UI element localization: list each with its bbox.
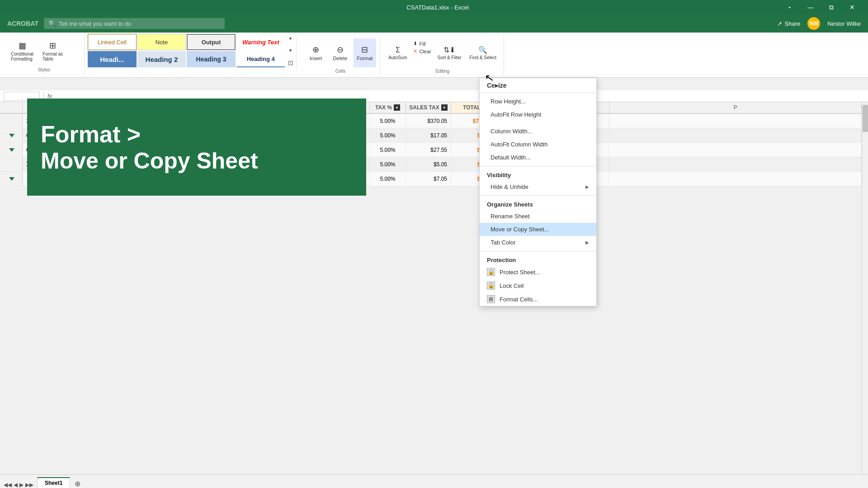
protect-sheet-icon: 🔒 xyxy=(487,268,495,276)
sheet-nav-last[interactable]: ▶▶ xyxy=(25,482,33,488)
autosum-label: AutoSum xyxy=(388,55,407,60)
search-input[interactable] xyxy=(59,20,220,27)
cell-salestax-2[interactable]: $17.05 xyxy=(406,128,451,142)
col-header-p[interactable]: P xyxy=(609,102,862,113)
tutorial-overlay: Format > Move or Copy Sheet xyxy=(27,99,366,196)
clear-icon: ✕ xyxy=(413,48,417,54)
note-style[interactable]: Note xyxy=(137,34,186,50)
cell-salestax-1[interactable]: $370.05 xyxy=(406,114,451,128)
search-field-wrap[interactable]: 🔍 xyxy=(44,18,225,29)
col-header-sales-tax[interactable]: SALES TAX ▼ xyxy=(406,102,451,113)
cell-p-1[interactable] xyxy=(609,114,862,128)
scroll-up-arrow[interactable]: ▲ xyxy=(287,34,294,41)
sort-filter-button[interactable]: ⇅⬇ Sort & Filter xyxy=(434,38,465,67)
restore-button[interactable]: ▪ xyxy=(779,0,800,14)
hide-unhide-label: Hide & Unhide xyxy=(491,183,528,190)
sheet-nav-prev[interactable]: ◀ xyxy=(14,482,18,488)
format-as-table-button[interactable]: ⊞ Format asTable xyxy=(39,37,66,66)
ribbon-group-editing: Σ AutoSum ⬇ Fill ✕ Clear ⇅⬇ Sort & Filte… xyxy=(381,35,504,75)
conditional-formatting-icon: ▦ xyxy=(19,41,26,51)
format-button[interactable]: ⊟ Format xyxy=(354,38,377,67)
find-select-label: Find & Select xyxy=(470,55,496,60)
conditional-formatting-label: ConditionalFormatting xyxy=(11,52,33,61)
find-select-button[interactable]: 🔍 Find & Select xyxy=(466,38,500,67)
scroll-down-arrow[interactable]: ⊡ xyxy=(287,59,294,66)
row-triangle-5 xyxy=(9,177,14,181)
warning-text-style[interactable]: Warning Text xyxy=(236,34,285,50)
cell-salestax-4[interactable]: $5.05 xyxy=(406,157,451,171)
conditional-formatting-button[interactable]: ▦ ConditionalFormatting xyxy=(7,37,37,66)
ribbon: ▦ ConditionalFormatting ⊞ Format asTable… xyxy=(0,33,868,78)
row-num-2 xyxy=(0,128,23,142)
share-button[interactable]: ↗ Share xyxy=(777,20,801,27)
format-icon: ⊟ xyxy=(361,45,368,55)
cell-taxpct-2[interactable]: 5.00% xyxy=(370,128,406,142)
cell-p-5[interactable] xyxy=(609,172,862,186)
autosum-icon: Σ xyxy=(396,46,400,54)
search-icon: 🔍 xyxy=(48,20,56,27)
linked-cell-style[interactable]: Linked Cell xyxy=(88,34,137,50)
cell-taxpct-4[interactable]: 5.00% xyxy=(370,157,406,171)
output-style[interactable]: Output xyxy=(187,34,236,50)
divider-1 xyxy=(480,93,596,93)
cell-salestax-3[interactable]: $27.55 xyxy=(406,143,451,157)
move-copy-sheet-item[interactable]: Move or Copy Sheet... xyxy=(480,223,596,236)
scroll-mid[interactable]: ▼ xyxy=(287,47,294,54)
heading3-style[interactable]: Heading 3 xyxy=(187,51,236,67)
clear-button[interactable]: ✕ Clear xyxy=(411,48,433,55)
sheet-tab-sheet1[interactable]: Sheet1 xyxy=(37,477,70,488)
cell-taxpct-5[interactable]: 5.00% xyxy=(370,172,406,186)
hide-unhide-item[interactable]: Hide & Unhide ▶ xyxy=(480,180,596,193)
insert-button[interactable]: ⊕ Insert xyxy=(305,38,327,67)
format-cells-item[interactable]: ⊞ Format Cells... xyxy=(480,292,596,306)
close-button[interactable]: ✕ xyxy=(842,0,863,14)
row-height-item[interactable]: Row Height... xyxy=(480,95,596,108)
vertical-scrollbar[interactable] xyxy=(862,104,868,474)
editing-group-label: Editing xyxy=(385,68,500,74)
row-num-4 xyxy=(0,157,23,171)
cell-taxpct-3[interactable]: 5.00% xyxy=(370,143,406,157)
styles-scroll: ▲ ▼ ⊡ xyxy=(287,34,294,66)
user-avatar[interactable]: NW xyxy=(807,17,820,30)
default-width-item[interactable]: Default Width... xyxy=(480,151,596,164)
tab-color-item[interactable]: Tab Color ▶ xyxy=(480,236,596,249)
scrollbar-thumb[interactable] xyxy=(863,105,868,132)
cell-taxpct-1[interactable]: 5.00% xyxy=(370,114,406,128)
default-width-label: Default Width... xyxy=(491,154,531,161)
formatting-buttons: ▦ ConditionalFormatting ⊞ Format asTable xyxy=(7,37,66,66)
autofit-row-item[interactable]: AutoFit Row Height xyxy=(480,108,596,121)
sort-filter-label: Sort & Filter xyxy=(438,55,462,60)
autofit-col-item[interactable]: AutoFit Column Width xyxy=(480,138,596,151)
rename-sheet-item[interactable]: Rename Sheet xyxy=(480,210,596,223)
sheet-nav-left[interactable]: ◀◀ xyxy=(4,482,12,488)
divider-3 xyxy=(480,195,596,196)
format-table-label: Format asTable xyxy=(42,52,63,61)
row-num-header xyxy=(0,102,23,113)
heading2-style[interactable]: Heading 2 xyxy=(137,51,186,67)
filter-tax-icon[interactable]: ▼ xyxy=(394,104,400,111)
fill-button[interactable]: ⬇ Fill xyxy=(411,40,433,47)
cell-salestax-5[interactable]: $7.05 xyxy=(406,172,451,186)
maximize-button[interactable]: ⧉ xyxy=(821,0,842,14)
cell-p-2[interactable] xyxy=(609,128,862,142)
sheet-nav-next[interactable]: ▶ xyxy=(19,482,24,488)
autofit-col-label: AutoFit Column Width xyxy=(491,141,547,148)
minimize-button[interactable]: — xyxy=(800,0,821,14)
cell-p-4[interactable] xyxy=(609,157,862,171)
heading1-style[interactable]: Headi... xyxy=(88,51,137,67)
cell-p-3[interactable] xyxy=(609,143,862,157)
add-sheet-area: ⊕ xyxy=(71,479,868,488)
divider-4 xyxy=(480,251,596,251)
protect-sheet-item[interactable]: 🔒 Protect Sheet... xyxy=(480,265,596,279)
column-width-item[interactable]: Column Width... xyxy=(480,125,596,138)
overlay-line2: Move or Copy Sheet xyxy=(41,148,353,174)
delete-button[interactable]: ⊖ Delete xyxy=(329,38,352,67)
lock-cell-item[interactable]: 🔓 Lock Cell xyxy=(480,279,596,292)
col-header-tax-pct[interactable]: TAX % ▼ xyxy=(370,102,406,113)
add-sheet-button[interactable]: ⊕ xyxy=(75,479,80,488)
heading4-style[interactable]: Heading 4 xyxy=(236,51,285,67)
formatting-group-label: Styles xyxy=(7,66,81,72)
autosum-button[interactable]: Σ AutoSum xyxy=(385,38,410,67)
autofit-row-label: AutoFit Row Height xyxy=(491,111,541,118)
filter-salestax-icon[interactable]: ▼ xyxy=(441,104,448,111)
